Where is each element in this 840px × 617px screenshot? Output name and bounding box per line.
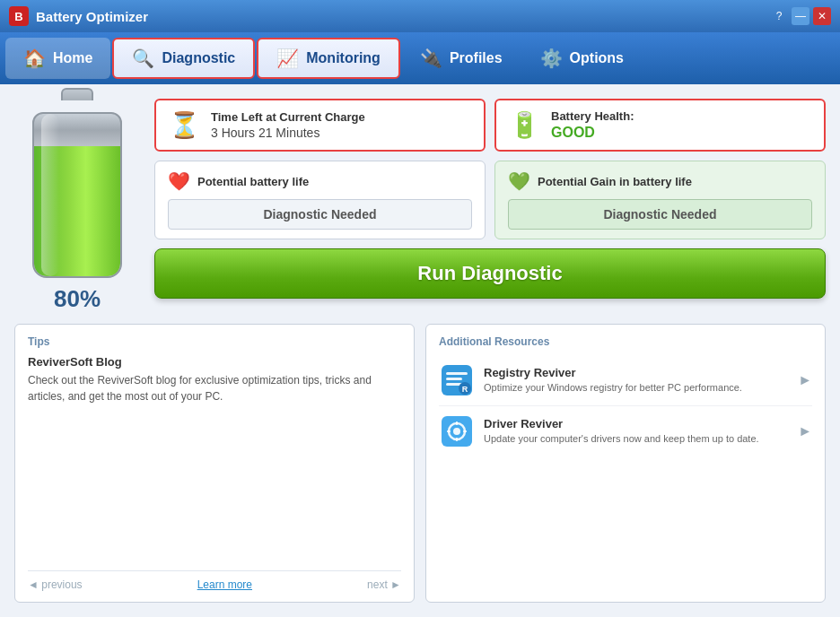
tips-previous-button[interactable]: ◄ previous	[28, 578, 83, 591]
tip-title: ReviverSoft Blog	[28, 355, 401, 369]
monitoring-icon: 📈	[276, 48, 299, 69]
driver-reviver-desc: Update your computer's drivers now and k…	[484, 432, 789, 446]
registry-reviver-desc: Optimize your Windows registry for bette…	[484, 381, 789, 395]
potential-row: ❤️ Potential battery life Diagnostic Nee…	[154, 161, 826, 239]
svg-rect-1	[446, 372, 468, 375]
close-button[interactable]: ✕	[813, 7, 831, 25]
registry-reviver-arrow: ►	[798, 372, 812, 388]
potential-gain-value: Diagnostic Needed	[508, 199, 812, 230]
home-icon: 🏠	[23, 48, 46, 69]
app-title: Battery Optimizer	[36, 9, 763, 24]
minimize-button[interactable]: —	[792, 7, 809, 25]
battery-health-title: Battery Health:	[551, 109, 811, 123]
driver-reviver-item[interactable]: Driver Reviver Update your computer's dr…	[439, 406, 812, 456]
nav-options-label: Options	[570, 50, 624, 66]
nav-profiles[interactable]: 🔌 Profiles	[402, 38, 521, 79]
battery-health-card: 🔋 Battery Health: GOOD	[494, 99, 826, 152]
nav-bar: 🏠 Home 🔍 Diagnostic 📈 Monitoring 🔌 Profi…	[0, 32, 840, 84]
resources-panel-title: Additional Resources	[439, 335, 812, 348]
tips-learn-more-link[interactable]: Learn more	[197, 578, 252, 591]
info-row-top: ⏳ Time Left at Current Charge 3 Hours 21…	[154, 99, 826, 152]
svg-rect-12	[463, 430, 467, 432]
svg-rect-10	[456, 438, 458, 441]
help-button[interactable]: ?	[770, 7, 788, 25]
potential-battery-life-card: ❤️ Potential battery life Diagnostic Nee…	[154, 161, 486, 239]
nav-home-label: Home	[53, 50, 92, 66]
svg-rect-2	[446, 378, 462, 380]
registry-reviver-title: Registry Reviver	[484, 366, 789, 379]
nav-monitoring[interactable]: 📈 Monitoring	[257, 38, 400, 79]
battery-sheen	[41, 114, 59, 276]
options-icon: ⚙️	[540, 48, 563, 69]
bottom-section: Tips ReviverSoft Blog Check out the Revi…	[14, 324, 826, 603]
battery-percent: 80%	[54, 285, 101, 313]
driver-reviver-icon	[439, 413, 475, 449]
time-left-card: ⏳ Time Left at Current Charge 3 Hours 21…	[154, 99, 486, 152]
nav-monitoring-label: Monitoring	[306, 50, 381, 66]
tips-next-button[interactable]: next ►	[367, 578, 401, 591]
svg-rect-9	[456, 421, 458, 425]
battery-container: 80%	[14, 99, 140, 313]
run-diagnostic-button[interactable]: Run Diagnostic	[154, 248, 826, 299]
nav-profiles-label: Profiles	[450, 50, 503, 66]
battery-health-value: GOOD	[551, 125, 811, 141]
hourglass-icon: ⏳	[169, 110, 200, 140]
resources-panel: Additional Resources R Registry Reviver …	[425, 324, 826, 603]
svg-point-8	[453, 428, 460, 435]
svg-text:R: R	[462, 385, 468, 394]
battery-visual	[28, 99, 127, 278]
time-left-title: Time Left at Current Charge	[211, 110, 471, 124]
nav-diagnostic[interactable]: 🔍 Diagnostic	[112, 38, 255, 79]
nav-home[interactable]: 🏠 Home	[5, 38, 110, 79]
potential-life-value: Diagnostic Needed	[168, 199, 472, 230]
diagnostic-icon: 🔍	[132, 48, 154, 69]
potential-gain-card: 💚 Potential Gain in battery life Diagnos…	[494, 161, 826, 239]
driver-reviver-title: Driver Reviver	[484, 417, 789, 430]
tips-panel: Tips ReviverSoft Blog Check out the Revi…	[14, 324, 415, 603]
potential-life-header: ❤️ Potential battery life	[168, 170, 472, 192]
time-left-content: Time Left at Current Charge 3 Hours 21 M…	[211, 110, 471, 140]
driver-reviver-content: Driver Reviver Update your computer's dr…	[484, 417, 789, 446]
heart-plus-icon: 💚	[508, 170, 530, 192]
tips-panel-title: Tips	[28, 335, 401, 348]
potential-gain-title: Potential Gain in battery life	[538, 175, 692, 188]
main-content: 80% ⏳ Time Left at Current Charge 3 Hour…	[0, 84, 840, 617]
battery-body	[32, 112, 122, 278]
window-controls: ? — ✕	[770, 7, 831, 25]
time-left-value: 3 Hours 21 Minutes	[211, 126, 471, 140]
app-logo: B	[9, 6, 29, 26]
profiles-icon: 🔌	[420, 48, 442, 69]
potential-gain-header: 💚 Potential Gain in battery life	[508, 170, 812, 192]
battery-cap	[61, 88, 93, 100]
tip-text: Check out the ReviverSoft blog for exclu…	[28, 372, 401, 561]
registry-reviver-icon: R	[439, 362, 475, 398]
top-section: 80% ⏳ Time Left at Current Charge 3 Hour…	[14, 99, 826, 313]
info-panels: ⏳ Time Left at Current Charge 3 Hours 21…	[154, 99, 826, 299]
battery-health-icon: 🔋	[509, 110, 540, 140]
potential-life-title: Potential battery life	[197, 175, 309, 188]
nav-diagnostic-label: Diagnostic	[162, 50, 235, 66]
driver-reviver-arrow: ►	[798, 423, 812, 439]
registry-reviver-content: Registry Reviver Optimize your Windows r…	[484, 366, 789, 395]
title-bar: B Battery Optimizer ? — ✕	[0, 0, 840, 32]
svg-rect-11	[447, 430, 451, 432]
heart-icon: ❤️	[168, 170, 190, 192]
battery-health-content: Battery Health: GOOD	[551, 109, 811, 141]
tips-footer: ◄ previous Learn more next ►	[28, 570, 401, 591]
registry-reviver-item[interactable]: R Registry Reviver Optimize your Windows…	[439, 355, 812, 406]
nav-options[interactable]: ⚙️ Options	[522, 38, 642, 79]
